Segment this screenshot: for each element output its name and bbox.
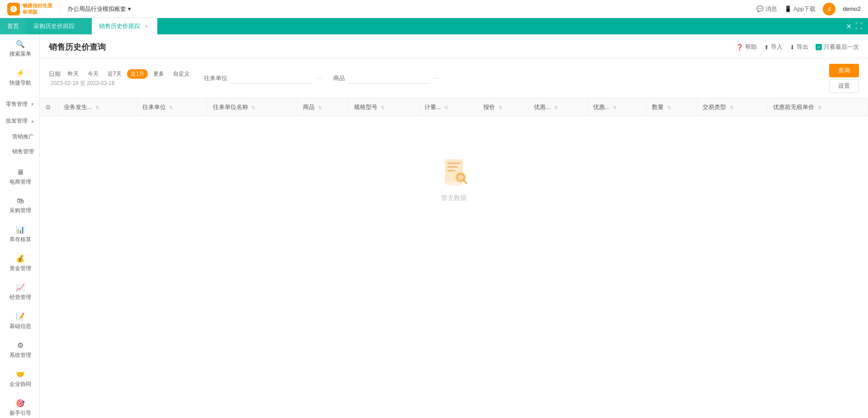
inventory-icon: 📊 [16,225,25,234]
main-layout: 🔍 搜索菜单 ⚡ 快捷导航 零售管理 ▼ 批发管理 ▲ 营销推广 销售管理 🖥 … [0,34,868,418]
workspace-selector[interactable]: 办公用品行业模拟账套 ▾ [67,5,131,13]
date-chip-1month[interactable]: 近1月 [127,69,148,79]
only-last-checkbox[interactable]: ✓ [816,44,822,50]
message-icon: 💬 [756,5,764,12]
partner-filter-dots[interactable]: ··· [316,74,322,82]
sales-history-tab-label: 销售历史价跟踪 [99,22,140,30]
partner-filter-input[interactable] [231,73,312,84]
sales-history-tab-close[interactable]: × [143,23,150,30]
th-partner-name[interactable]: 往来单位名称 ⇅ [207,99,297,116]
th-settings[interactable]: ⚙ [40,99,58,116]
sort-icon-pretax-price: ⇅ [818,105,821,110]
tab-purchase-history[interactable]: 采购历史价跟踪 × [26,18,92,34]
help-button[interactable]: ❓ 帮助 [736,43,757,51]
username[interactable]: demo2 [843,5,861,12]
sidebar-item-marketing[interactable]: 营销推广 [0,129,39,144]
date-filter-label: 日期 [49,70,61,78]
user-avatar[interactable]: d [823,3,835,15]
sidebar-item-operations[interactable]: 📈 经营管理 [0,278,39,307]
sidebar-item-quicknav[interactable]: ⚡ 快捷导航 [0,63,39,92]
logo-text: 畅捷信好生意 标准版 [23,3,52,14]
topbar-divider [60,5,60,14]
sidebar-item-basic-info[interactable]: 📝 基础信息 [0,307,39,336]
empty-state: 暂无数据 [40,116,868,238]
retail-arrow-icon: ▼ [30,102,35,107]
only-last-label: 只看最后一次 [824,43,859,51]
date-filter-group: 日期 昨天 今天 近7天 近1月 更多 自定义 [49,69,193,79]
table-container: ⚙ 业务发生... ⇅ 往来单位 ⇅ 往来单位名称 ⇅ [40,99,868,418]
th-discount2[interactable]: 优惠... ⇅ [587,99,646,116]
th-discount1[interactable]: 优惠... ⇅ [528,99,587,116]
settings-button[interactable]: 设置 [829,79,859,93]
sort-icon-trade-type: ⇅ [730,105,733,110]
sort-icon-discount1: ⇅ [554,105,558,110]
sidebar-quicknav-label: 快捷导航 [9,79,31,87]
th-partner-code[interactable]: 往来单位 ⇅ [137,99,207,116]
date-chip-7days[interactable]: 近7天 [104,69,125,79]
import-button[interactable]: ⬆ 导入 [764,43,783,51]
export-button[interactable]: ⬇ 导出 [790,43,808,51]
sidebar-item-wholesale[interactable]: 批发管理 ▲ [0,113,39,129]
svg-rect-3 [447,166,458,168]
th-biz-date[interactable]: 业务发生... ⇅ [58,99,137,116]
sidebar-item-guide[interactable]: 🎯 新手引导 [0,394,39,418]
sidebar-item-inventory[interactable]: 📊 库存核算 [0,220,39,249]
table-settings-gear-icon[interactable]: ⚙ [45,104,51,111]
app-download-action[interactable]: 📱 App下载 [784,5,816,13]
only-last-checkbox-group[interactable]: ✓ 只看最后一次 [816,43,859,51]
retail-label: 零售管理 [6,100,28,108]
inventory-label: 库存核算 [9,236,31,243]
th-price[interactable]: 报价 ⇅ [478,99,528,116]
topbar-right: 💬 消息 📱 App下载 d demo2 [756,3,861,15]
date-chip-custom[interactable]: 自定义 [170,69,193,79]
sidebar-item-enterprise[interactable]: 🤝 企业协同 [0,365,39,394]
system-label: 系统管理 [9,352,31,359]
empty-icon [436,152,472,189]
svg-rect-2 [447,162,461,164]
th-trade-type[interactable]: 交易类型 ⇅ [697,99,768,116]
product-filter-label: 商品 [333,74,345,82]
sort-icon-spec: ⇅ [381,105,384,110]
product-filter-dots[interactable]: ··· [434,74,439,82]
enterprise-icon: 🤝 [16,370,25,379]
sort-icon-discount2: ⇅ [613,105,617,110]
workspace-chevron-icon: ▾ [128,5,131,12]
tab-sales-history[interactable]: 销售历史价跟踪 × [92,18,157,34]
date-chip-more[interactable]: 更多 [150,69,168,79]
sidebar-item-sales[interactable]: 销售管理 [0,144,39,159]
sidebar-item-finance[interactable]: 💰 资金管理 [0,249,39,278]
tab-home[interactable]: 首页 [0,18,26,34]
purchase-history-tab-close[interactable]: × [77,23,85,30]
th-pretax-price[interactable]: 优惠前无税单价 ⇅ [768,99,868,116]
date-chip-yesterday[interactable]: 昨天 [64,69,82,79]
app-icon: 📱 [784,5,792,12]
query-button[interactable]: 查询 [829,64,859,77]
th-spec[interactable]: 规格型号 ⇅ [348,99,419,116]
topbar: 畅捷信好生意 标准版 办公用品行业模拟账套 ▾ 💬 消息 📱 App下载 d d… [0,0,868,18]
sidebar-item-ecommerce[interactable]: 🖥 电商管理 [0,163,39,191]
sidebar-item-purchase[interactable]: 🛍 采购管理 [0,191,39,220]
sidebar-item-system[interactable]: ⚙ 系统管理 [0,336,39,365]
th-unit[interactable]: 计量... ⇅ [419,99,477,116]
quicknav-icon: ⚡ [16,69,25,77]
date-chip-today[interactable]: 今天 [84,69,102,79]
message-action[interactable]: 💬 消息 [756,5,777,13]
purchase-history-tab-label: 采购历史价跟踪 [33,22,75,30]
sidebar-item-retail[interactable]: 零售管理 ▼ [0,96,39,113]
finance-label: 资金管理 [9,265,31,272]
sidebar-item-search[interactable]: 🔍 搜索菜单 [0,34,39,63]
enterprise-label: 企业协同 [9,380,31,388]
th-product[interactable]: 商品 ⇅ [297,99,348,116]
sort-icon-price: ⇅ [499,105,502,110]
ecommerce-label: 电商管理 [9,178,31,186]
purchase-icon: 🛍 [17,197,24,205]
th-qty[interactable]: 数量 ⇅ [646,99,697,116]
window-close-icon[interactable]: ✕ [846,22,852,31]
page-title-row: 销售历史价查询 ❓ 帮助 ⬆ 导入 ⬇ 导出 ✓ [49,42,859,52]
sort-icon-partner-code: ⇅ [169,105,173,110]
wholesale-arrow-icon: ▲ [30,119,35,124]
operations-icon: 📈 [16,283,25,292]
window-expand-icon[interactable]: ⛶ [855,22,863,30]
product-filter-input[interactable] [349,73,430,84]
import-icon: ⬆ [764,44,769,51]
